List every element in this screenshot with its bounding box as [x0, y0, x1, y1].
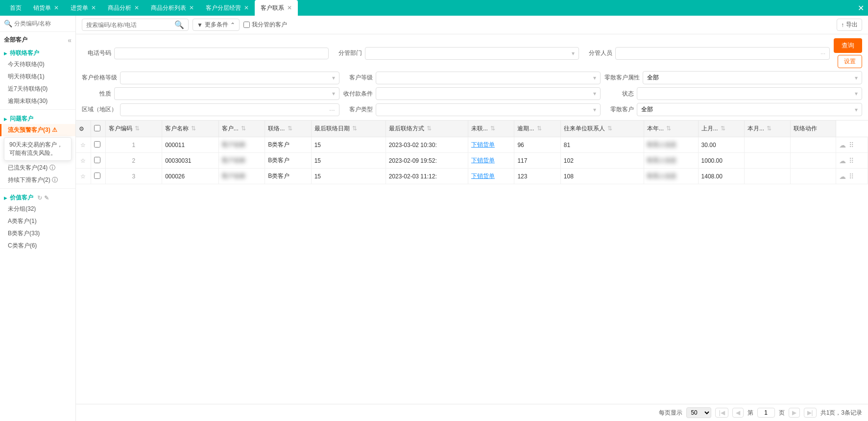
- th-settings[interactable]: ⚙: [76, 121, 91, 137]
- th-overdue[interactable]: 逾期... ⇅: [514, 121, 560, 137]
- action-chat-icon[interactable]: ☁: [839, 141, 846, 149]
- sort-contact-icon: ⇅: [288, 125, 292, 132]
- row-checkbox[interactable]: [94, 157, 100, 163]
- cell-last-contact-method[interactable]: 下销货单: [468, 169, 514, 184]
- page-input[interactable]: [757, 408, 775, 418]
- th-code[interactable]: 客户编码 ⇅: [105, 121, 162, 137]
- tab-close-sales-order[interactable]: ✕: [54, 4, 59, 11]
- sidebar-item-7days[interactable]: 近7天待联络(0): [0, 83, 75, 95]
- row-checkbox[interactable]: [94, 141, 100, 148]
- edit-value-icon[interactable]: ✎: [44, 195, 49, 201]
- cell-last-contact-method[interactable]: 下销货单: [468, 153, 514, 169]
- settings-button[interactable]: 设置: [838, 55, 862, 68]
- tab-close-customer-contact[interactable]: ✕: [287, 4, 292, 11]
- sidebar-item-churn-warning[interactable]: 流失预警客户(3) ⚠: [0, 124, 75, 136]
- cell-star[interactable]: ☆: [76, 169, 91, 184]
- filter-select-nature[interactable]: [114, 87, 339, 100]
- query-button[interactable]: 查询: [834, 38, 862, 53]
- tab-product-analysis[interactable]: 商品分析 ✕: [102, 0, 145, 16]
- last-page-btn[interactable]: ▶|: [804, 408, 817, 418]
- cell-checkbox[interactable]: [91, 169, 105, 184]
- tab-customer-tier[interactable]: 客户分层经营 ✕: [200, 0, 255, 16]
- sidebar-item-today[interactable]: 今天待联络(0): [0, 58, 75, 71]
- export-btn[interactable]: ↑ 导出: [837, 19, 862, 31]
- th-contact-person[interactable]: 往来单位联系人 ⇅: [560, 121, 644, 137]
- th-checkbox[interactable]: [91, 121, 105, 137]
- th-uncontacted[interactable]: 未联... ⇅: [468, 121, 514, 137]
- close-window-btn[interactable]: ✕: [858, 3, 864, 13]
- sidebar-item-tomorrow[interactable]: 明天待联络(1): [0, 71, 75, 83]
- sidebar-search-input[interactable]: [14, 20, 72, 27]
- sidebar-divider-1: [0, 109, 75, 110]
- filter-label-phone: 电话号码: [82, 49, 111, 57]
- row-checkbox[interactable]: [94, 173, 100, 179]
- filter-select-payment[interactable]: [376, 87, 601, 100]
- filter-select-status[interactable]: [637, 87, 862, 100]
- action-chat-icon[interactable]: ☁: [839, 157, 846, 165]
- th-this-year[interactable]: 本年... ⇅: [644, 121, 698, 137]
- select-all-checkbox[interactable]: [94, 125, 100, 131]
- cell-checkbox[interactable]: [91, 153, 105, 169]
- sidebar-group-value[interactable]: 价值客户 ↻ ✎: [0, 191, 75, 203]
- page-label: 第: [747, 409, 753, 417]
- cell-checkbox[interactable]: [91, 137, 105, 153]
- more-conditions-btn[interactable]: ▼ 更多条件 ⌃: [193, 19, 240, 31]
- th-this-month[interactable]: 本月... ⇅: [745, 121, 791, 137]
- refresh-value-icon[interactable]: ↻: [37, 195, 42, 201]
- action-more-icon[interactable]: ⠿: [849, 141, 854, 149]
- sidebar-all-customers-header[interactable]: 全部客户 «: [0, 32, 75, 46]
- page-size-select[interactable]: 50 100 200: [686, 407, 711, 418]
- sidebar-item-a-class[interactable]: A类客户(1): [0, 215, 75, 227]
- sidebar-item-c-class[interactable]: C类客户(6): [0, 240, 75, 252]
- prev-page-btn[interactable]: ◀: [732, 408, 744, 418]
- sidebar-item-overdue[interactable]: 逾期未联络(30): [0, 95, 75, 107]
- sort-person-icon: ⇅: [607, 125, 612, 132]
- tab-purchase-order[interactable]: 进货单 ✕: [65, 0, 102, 16]
- my-customers-label[interactable]: 我分管的客户: [243, 21, 287, 29]
- filter-select-manager[interactable]: ···: [615, 47, 830, 60]
- cell-last-contact-method[interactable]: 下销货单: [468, 137, 514, 153]
- filter-select-price-level[interactable]: [120, 72, 339, 84]
- action-more-icon[interactable]: ⠿: [849, 173, 854, 180]
- tab-home[interactable]: 首页: [4, 0, 27, 16]
- cell-star[interactable]: ☆: [76, 153, 91, 169]
- action-chat-icon[interactable]: ☁: [839, 173, 846, 180]
- tab-product-analysis-list[interactable]: 商品分析列表 ✕: [145, 0, 200, 16]
- th-last-contact-method[interactable]: 最后联络方式 ⇅: [386, 121, 468, 137]
- filter-more-region[interactable]: ···: [329, 106, 335, 114]
- th-contact[interactable]: 联络... ⇅: [265, 121, 311, 137]
- filter-select-level[interactable]: [376, 72, 601, 84]
- sidebar-group-problem[interactable]: 问题客户: [0, 112, 75, 124]
- sidebar-item-churned[interactable]: 已流失客户(24) ⓘ: [0, 162, 75, 174]
- filter-select-retail[interactable]: 全部: [637, 103, 862, 116]
- tab-customer-contact[interactable]: 客户联系 ✕: [255, 0, 298, 16]
- my-customers-checkbox[interactable]: [243, 22, 250, 28]
- sidebar-item-b-class[interactable]: B类客户(33): [0, 227, 75, 240]
- tab-close-purchase-order[interactable]: ✕: [91, 4, 96, 11]
- tab-sales-order[interactable]: 销货单 ✕: [27, 0, 65, 16]
- search-input[interactable]: [86, 22, 174, 28]
- filter-select-retail-attr[interactable]: 全部: [643, 71, 862, 84]
- cell-star[interactable]: ☆: [76, 137, 91, 153]
- tab-close-product-analysis-list[interactable]: ✕: [189, 4, 194, 11]
- th-type[interactable]: 客户... ⇅: [218, 121, 265, 137]
- filter-input-phone[interactable]: [114, 48, 329, 59]
- search-button[interactable]: 🔍: [174, 20, 184, 29]
- next-page-btn[interactable]: ▶: [789, 408, 800, 418]
- sidebar-item-ungrouped[interactable]: 未分组(32): [0, 203, 75, 215]
- th-last-contact-date[interactable]: 最后联络日期 ⇅: [311, 121, 386, 137]
- sidebar-item-declining[interactable]: 持续下滑客户(2) ⓘ: [0, 174, 75, 186]
- filter-select-region[interactable]: ···: [120, 103, 339, 116]
- th-last-month[interactable]: 上月... ⇅: [698, 121, 744, 137]
- cell-name: 客户名称: [218, 153, 265, 169]
- first-page-btn[interactable]: |◀: [715, 408, 728, 418]
- filter-select-customer-type[interactable]: [376, 103, 601, 116]
- action-more-icon[interactable]: ⠿: [849, 157, 854, 165]
- tab-close-customer-tier[interactable]: ✕: [244, 4, 249, 11]
- sidebar-collapse-btn[interactable]: «: [68, 36, 72, 44]
- filter-select-dept[interactable]: [365, 47, 579, 60]
- th-name[interactable]: 客户名称 ⇅: [162, 121, 219, 137]
- sidebar-group-pending[interactable]: 待联络客户: [0, 46, 75, 58]
- tab-close-product-analysis[interactable]: ✕: [134, 4, 139, 11]
- cell-code: 00030031: [162, 153, 219, 169]
